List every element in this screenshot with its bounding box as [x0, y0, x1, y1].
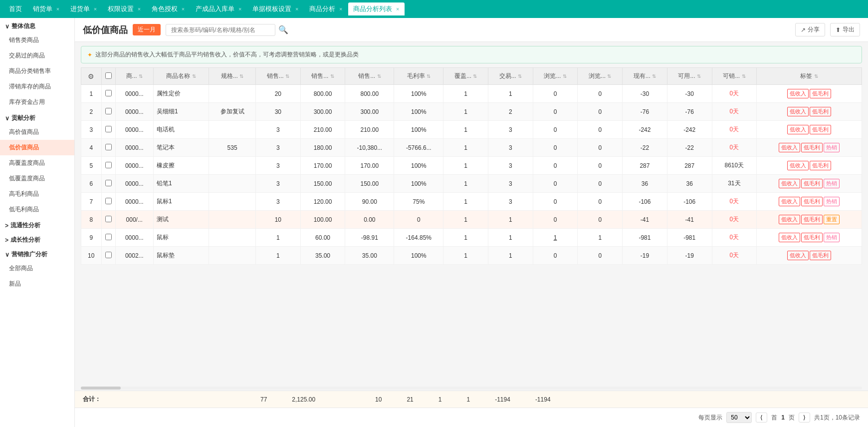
table-row[interactable]: 9 0000... 鼠标 1 60.00 -98.91 -164.85% 1 1… — [81, 229, 862, 247]
cell-checkbox[interactable] — [101, 193, 115, 211]
scroll-thumb[interactable] — [81, 387, 121, 390]
cell-browse1[interactable]: 0 — [533, 247, 578, 265]
close-icon[interactable]: × — [238, 6, 241, 12]
sidebar-item-sales-goods[interactable]: 销售类商品 — [0, 32, 74, 48]
nav-template[interactable]: 单据模板设置 × — [247, 2, 303, 15]
col-stock3[interactable]: 可销... ⇅ — [712, 68, 757, 85]
sidebar-item-low-margin[interactable]: 低毛利商品 — [0, 202, 74, 217]
table-row[interactable]: 2 0000... 吴细细1 参加复试 30 300.00 300.00 100… — [81, 103, 862, 121]
close-icon[interactable]: × — [182, 6, 185, 12]
close-icon[interactable]: × — [56, 6, 59, 12]
close-icon[interactable]: × — [295, 6, 298, 12]
table-row[interactable]: 3 0000... 电话机 3 210.00 210.00 100% 1 3 0… — [81, 121, 862, 139]
close-icon[interactable]: × — [339, 6, 342, 12]
search-icon[interactable]: 🔍 — [278, 25, 288, 34]
share-button[interactable]: ↗ 分享 — [795, 23, 825, 36]
browse-link[interactable]: 0 — [554, 216, 557, 223]
next-page-btn[interactable]: ⟩ — [799, 413, 810, 423]
cell-checkbox[interactable] — [101, 229, 115, 247]
nav-analysis-list[interactable]: 商品分析列表 × — [348, 2, 404, 15]
close-icon[interactable]: × — [94, 6, 97, 12]
col-stock2[interactable]: 可用... ⇅ — [667, 68, 712, 85]
col-sale-amt[interactable]: 销售... ⇅ — [300, 68, 345, 85]
table-row[interactable]: 7 0000... 鼠标1 3 120.00 90.00 75% 1 3 0 0… — [81, 193, 862, 211]
cell-checkbox[interactable] — [101, 175, 115, 193]
sidebar-item-low-value[interactable]: 低价值商品 — [0, 140, 74, 155]
nav-analysis[interactable]: 商品分析 × — [304, 2, 347, 15]
cell-checkbox[interactable] — [101, 121, 115, 139]
cell-browse1[interactable]: 0 — [533, 139, 578, 157]
row-checkbox[interactable] — [105, 108, 112, 114]
cell-browse1[interactable]: 0 — [533, 85, 578, 103]
cell-browse1[interactable]: 0 — [533, 103, 578, 121]
nav-permission[interactable]: 权限设置 × — [103, 2, 146, 15]
col-browse1[interactable]: 浏览... ⇅ — [533, 68, 578, 85]
cell-browse1[interactable]: 0 — [533, 175, 578, 193]
nav-role[interactable]: 角色授权 × — [147, 2, 190, 15]
browse-link[interactable]: 0 — [554, 180, 557, 187]
col-checkbox[interactable] — [101, 68, 115, 85]
row-checkbox[interactable] — [105, 216, 112, 222]
close-icon[interactable]: × — [138, 6, 141, 12]
cell-checkbox[interactable] — [101, 85, 115, 103]
browse-link[interactable]: 0 — [554, 162, 557, 169]
col-trade[interactable]: 交易... ⇅ — [488, 68, 533, 85]
col-settings[interactable]: ⚙ — [81, 68, 102, 85]
browse-link[interactable]: 0 — [554, 108, 557, 115]
table-row[interactable]: 4 0000... 笔记本 535 3 180.00 -10,380... -5… — [81, 139, 862, 157]
settings-icon[interactable]: ⚙ — [88, 72, 94, 80]
cell-checkbox[interactable] — [101, 211, 115, 229]
cell-browse1[interactable]: 0 — [533, 157, 578, 175]
browse-link[interactable]: 0 — [554, 144, 557, 151]
col-gross-rate[interactable]: 毛利率 ⇅ — [394, 68, 443, 85]
cell-checkbox[interactable] — [101, 103, 115, 121]
row-checkbox[interactable] — [105, 144, 112, 150]
table-row[interactable]: 5 0000... 橡皮擦 3 170.00 170.00 100% 1 3 0… — [81, 157, 862, 175]
sidebar-item-capital[interactable]: 库存资金占用 — [0, 94, 74, 110]
table-row[interactable]: 10 0002... 鼠标垫 1 35.00 35.00 100% 1 1 0 … — [81, 247, 862, 265]
close-icon[interactable]: × — [396, 6, 399, 12]
col-name[interactable]: 商品名称 ⇅ — [153, 68, 209, 85]
select-all-checkbox[interactable] — [105, 72, 112, 79]
first-page-btn[interactable]: ⟨ — [756, 413, 767, 423]
col-spec[interactable]: 规格... ⇅ — [209, 68, 256, 85]
sidebar-group-growth[interactable]: > 成长性分析 — [0, 232, 74, 246]
col-tags[interactable]: 标签 ⇅ — [757, 68, 862, 85]
col-sale-profit[interactable]: 销售... ⇅ — [345, 68, 394, 85]
browse-link[interactable]: 0 — [554, 198, 557, 205]
filter-button[interactable]: 近一月 — [133, 24, 161, 35]
table-row[interactable]: 6 0000... 铅笔1 3 150.00 150.00 100% 1 3 0… — [81, 175, 862, 193]
sidebar-item-high-coverage[interactable]: 高覆盖度商品 — [0, 155, 74, 171]
col-browse2[interactable]: 浏览... ⇅ — [578, 68, 623, 85]
sidebar-item-all-goods[interactable]: 全部商品 — [0, 261, 74, 276]
row-checkbox[interactable] — [105, 90, 112, 96]
sidebar-group-contribution[interactable]: ∨ 贡献分析 — [0, 110, 74, 124]
browse-link[interactable]: 0 — [554, 252, 557, 259]
sidebar-item-high-value[interactable]: 高价值商品 — [0, 124, 74, 140]
sidebar-item-traded[interactable]: 交易过的商品 — [0, 48, 74, 63]
nav-home[interactable]: 首页 — [4, 2, 27, 15]
cell-checkbox[interactable] — [101, 157, 115, 175]
horizontal-scrollbar[interactable] — [81, 387, 862, 390]
nav-sales[interactable]: 销货单 × — [28, 2, 64, 15]
sidebar-group-marketing[interactable]: ∨ 营销推广分析 — [0, 246, 74, 261]
nav-instock[interactable]: 产成品入库单 × — [191, 2, 246, 15]
search-input[interactable] — [166, 24, 275, 36]
browse-link[interactable]: 0 — [554, 126, 557, 133]
table-row[interactable]: 8 000/... 测试 10 100.00 0.00 0 1 1 0 0 -4… — [81, 211, 862, 229]
browse-link[interactable]: 1 — [554, 234, 557, 241]
cell-browse1[interactable]: 0 — [533, 211, 578, 229]
col-stock1[interactable]: 现有... ⇅ — [623, 68, 667, 85]
sidebar-item-new-goods[interactable]: 新品 — [0, 276, 74, 292]
cell-checkbox[interactable] — [101, 139, 115, 157]
table-row[interactable]: 1 0000... 属性定价 20 800.00 800.00 100% 1 1… — [81, 85, 862, 103]
row-checkbox[interactable] — [105, 252, 112, 258]
row-checkbox[interactable] — [105, 162, 112, 168]
sidebar-item-category-sales[interactable]: 商品分类销售率 — [0, 63, 74, 79]
col-sale-qty[interactable]: 销售... ⇅ — [255, 68, 300, 85]
col-code[interactable]: 商... ⇅ — [115, 68, 153, 85]
sidebar-item-low-coverage[interactable]: 低覆盖度商品 — [0, 171, 74, 186]
sidebar-item-stagnant[interactable]: 滞销库存的商品 — [0, 79, 74, 94]
cell-checkbox[interactable] — [101, 247, 115, 265]
nav-purchase[interactable]: 进货单 × — [65, 2, 102, 15]
